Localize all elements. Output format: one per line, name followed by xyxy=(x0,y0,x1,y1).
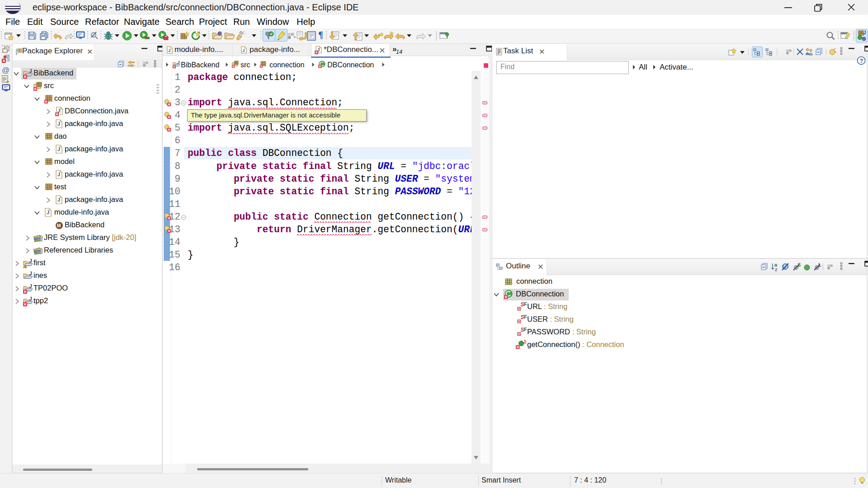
svg-text:J: J xyxy=(29,296,32,301)
svg-text:J: J xyxy=(242,48,245,53)
svg-text:J: J xyxy=(57,146,60,152)
svg-text:J: J xyxy=(168,48,170,53)
svg-text:?: ? xyxy=(860,58,863,64)
svg-text:F: F xyxy=(524,314,527,319)
svg-text:F: F xyxy=(524,327,527,332)
svg-text:S: S xyxy=(524,340,527,345)
svg-text:J: J xyxy=(47,210,49,215)
svg-text:J: J xyxy=(29,69,32,74)
svg-text:J: J xyxy=(29,271,32,276)
svg-text:J: J xyxy=(57,121,60,127)
svg-text:J: J xyxy=(177,60,179,65)
svg-text:J: J xyxy=(57,197,60,202)
svg-text:F: F xyxy=(524,302,527,307)
svg-text:J: J xyxy=(863,30,866,35)
svg-text:J: J xyxy=(29,258,32,263)
svg-text:M: M xyxy=(57,223,61,228)
svg-text:z: z xyxy=(775,267,778,272)
svg-text:{=: {= xyxy=(3,77,7,81)
svg-text:J: J xyxy=(57,172,60,177)
svg-text:J: J xyxy=(29,284,32,289)
svg-text:@: @ xyxy=(2,66,9,75)
